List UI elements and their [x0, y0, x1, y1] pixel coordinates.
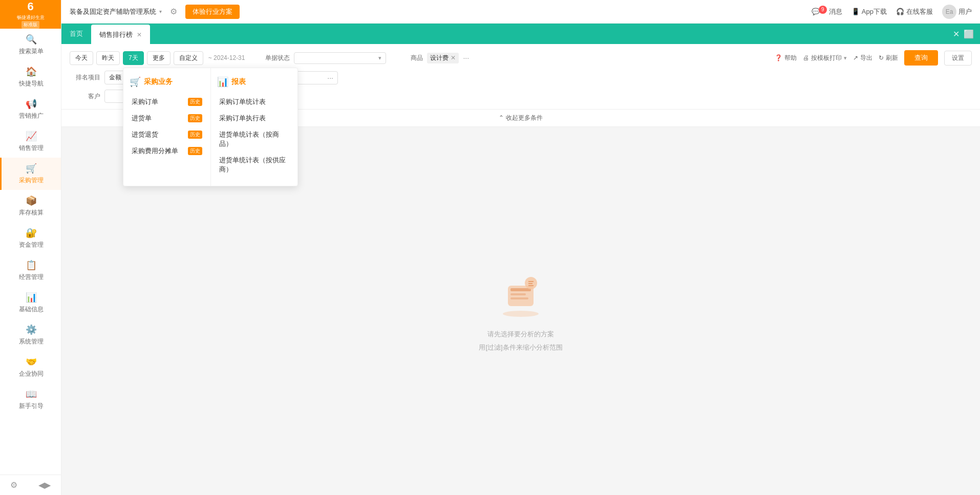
- tab-maximize-icon[interactable]: ⬜: [964, 29, 974, 39]
- print-btn[interactable]: 🖨 按模板打印 ▾: [803, 54, 847, 62]
- headset-icon: 🎧: [896, 8, 904, 15]
- dropdown-item-purchase-order[interactable]: 采购订单 历史: [130, 94, 204, 110]
- user-label: 用户: [958, 7, 972, 16]
- print-icon: 🖨: [803, 54, 809, 61]
- sidebar-label-quicknav: 快捷导航: [19, 79, 44, 88]
- sidebar-collapse-btn[interactable]: ◀▶: [38, 480, 51, 490]
- sidebar-label-guide: 新手引导: [19, 402, 44, 411]
- sidebar-item-quicknav[interactable]: 🏠 快捷导航: [0, 61, 61, 93]
- logo-area: 6 畅捷通好生意 标准版: [0, 0, 61, 29]
- receive-label: 进货单: [132, 114, 152, 123]
- sidebar-item-cooperation[interactable]: 🤝 企业协同: [0, 351, 61, 383]
- logo-edition: 标准版: [22, 21, 39, 29]
- hist-badge-3: 历史: [188, 147, 202, 155]
- date-range-value: ~ 2024-12-31: [208, 54, 245, 61]
- hist-badge-1: 历史: [188, 114, 202, 122]
- chevron-down-icon: ▾: [378, 55, 381, 61]
- sidebar-item-guide[interactable]: 📖 新手引导: [0, 383, 61, 416]
- lock-icon: 🔐: [26, 227, 37, 239]
- sidebar: 6 畅捷通好生意 标准版 🔍 搜索菜单 🏠 快捷导航 📢 营销推广 📈 销售管理…: [0, 0, 61, 495]
- home-icon: 🏠: [26, 66, 37, 77]
- goods-filter: 商品 设计费 ✕ ···: [392, 53, 469, 63]
- message-btn[interactable]: 💬 9 消息: [812, 7, 842, 16]
- query-button[interactable]: 查询: [904, 50, 938, 66]
- sidebar-item-marketing[interactable]: 📢 营销推广: [0, 93, 61, 125]
- rank-item-value: 金额: [109, 73, 121, 82]
- sidebar-menu: 🔍 搜索菜单 🏠 快捷导航 📢 营销推广 📈 销售管理 🛒 采购管理 📦 库存核…: [0, 29, 61, 475]
- help-label: 帮助: [784, 54, 797, 62]
- app-download-label: App下载: [862, 7, 887, 16]
- tab-close-all-icon[interactable]: ✕: [953, 29, 960, 39]
- dropdown-item-report-4[interactable]: 进货单统计表（按供应商）: [217, 152, 292, 178]
- refresh-btn[interactable]: ↻ 刷新: [879, 54, 898, 62]
- filter-row-1: 今天 昨天 7天 更多 自定义 ~ 2024-12-31 单据状态 ▾ 商品: [70, 50, 972, 66]
- tab-close-icon[interactable]: ✕: [137, 31, 142, 38]
- report-col: 📊 报表 采购订单统计表 采购订单执行表 进货单统计表（按商品） 进货单统计表（…: [211, 68, 298, 186]
- svg-rect-3: [510, 293, 526, 295]
- expense-label: 采购费用分摊单: [132, 146, 178, 156]
- dropdown-item-return[interactable]: 进货退货 历史: [130, 126, 204, 143]
- purchase-col-icon: 🛒: [130, 76, 141, 88]
- sidebar-settings-btn[interactable]: ⚙: [10, 480, 17, 490]
- sidebar-label-system: 系统管理: [19, 337, 44, 346]
- voucher-status-select[interactable]: ▾: [294, 52, 386, 64]
- tab-home[interactable]: 首页: [61, 24, 91, 44]
- sidebar-bottom: ⚙ ◀▶: [0, 475, 61, 495]
- dropdown-item-report-1[interactable]: 采购订单统计表: [217, 94, 292, 110]
- goods-more-icon[interactable]: ···: [463, 54, 469, 62]
- print-label: 按模板打印: [811, 54, 842, 62]
- avatar: Ea: [942, 5, 956, 19]
- report-2-label: 采购订单执行表: [219, 114, 266, 123]
- sidebar-item-operations[interactable]: 📋 经营管理: [0, 254, 61, 287]
- date-btn-yesterday[interactable]: 昨天: [96, 51, 120, 65]
- goods-tag: 设计费 ✕: [427, 53, 459, 63]
- user-btn[interactable]: Ea 用户: [942, 5, 972, 19]
- sidebar-item-finance[interactable]: 🔐 资金管理: [0, 222, 61, 254]
- dropdown-item-report-3[interactable]: 进货单统计表（按商品）: [217, 126, 292, 152]
- sidebar-label-cooperation: 企业协同: [19, 370, 44, 378]
- industry-btn[interactable]: 体验行业方案: [185, 5, 240, 19]
- sidebar-label-basicinfo: 基础信息: [19, 305, 44, 314]
- online-service-label: 在线客服: [906, 7, 933, 16]
- topbar-right: 💬 9 消息 📱 App下载 🎧 在线客服 Ea 用户: [812, 5, 972, 19]
- sidebar-label-operations: 经营管理: [19, 273, 44, 282]
- sidebar-item-search[interactable]: 🔍 搜索菜单: [0, 29, 61, 61]
- dropdown-item-expense[interactable]: 采购费用分摊单 历史: [130, 143, 204, 159]
- sidebar-label-finance: 资金管理: [19, 241, 44, 249]
- dropdown-item-receive[interactable]: 进货单 历史: [130, 110, 204, 126]
- return-label: 进货退货: [132, 130, 158, 139]
- export-icon: ↗: [853, 54, 858, 61]
- help-btn[interactable]: ❓ 帮助: [775, 54, 797, 62]
- purchase-business-col: 🛒 采购业务 采购订单 历史 进货单 历史 进货退货 历史 采购费用分摊单: [123, 68, 211, 186]
- message-label: 消息: [829, 7, 842, 16]
- sidebar-item-system[interactable]: ⚙️ 系统管理: [0, 319, 61, 351]
- sidebar-label-search: 搜索菜单: [19, 47, 44, 56]
- sidebar-item-purchase[interactable]: 🛒 采购管理: [0, 158, 61, 190]
- tab-sales-ranking[interactable]: 销售排行榜 ✕: [91, 25, 150, 45]
- dropdown-item-report-2[interactable]: 采购订单执行表: [217, 110, 292, 126]
- date-btn-7days[interactable]: 7天: [123, 51, 144, 65]
- system-dropdown-icon[interactable]: ▾: [159, 9, 162, 14]
- goods-label: 商品: [392, 54, 423, 62]
- sidebar-label-purchase: 采购管理: [19, 176, 44, 185]
- help-icon: ❓: [775, 54, 782, 61]
- app-download-btn[interactable]: 📱 App下载: [851, 7, 887, 16]
- salesperson-dots-icon[interactable]: ···: [327, 74, 333, 82]
- data-icon: 📊: [26, 292, 37, 303]
- sidebar-item-basicinfo[interactable]: 📊 基础信息: [0, 287, 61, 319]
- tabbar-actions: ✕ ⬜: [953, 29, 980, 39]
- clipboard-icon: 📋: [26, 260, 37, 271]
- date-btn-today[interactable]: 今天: [70, 51, 93, 65]
- sidebar-item-sales[interactable]: 📈 销售管理: [0, 125, 61, 158]
- sidebar-item-inventory[interactable]: 📦 库存核算: [0, 190, 61, 222]
- topbar-settings-icon[interactable]: ⚙: [170, 7, 177, 16]
- date-btn-custom[interactable]: 自定义: [174, 51, 203, 65]
- export-btn[interactable]: ↗ 导出: [853, 54, 872, 62]
- report-col-title: 📊 报表: [217, 76, 292, 88]
- settings-button[interactable]: 设置: [944, 51, 972, 66]
- date-btn-more[interactable]: 更多: [147, 51, 171, 65]
- online-service-btn[interactable]: 🎧 在线客服: [896, 7, 933, 16]
- report-4-label: 进货单统计表（按供应商）: [219, 156, 290, 174]
- tabbar: 首页 销售排行榜 ✕ ✕ ⬜: [61, 24, 980, 44]
- goods-tag-close[interactable]: ✕: [451, 54, 456, 61]
